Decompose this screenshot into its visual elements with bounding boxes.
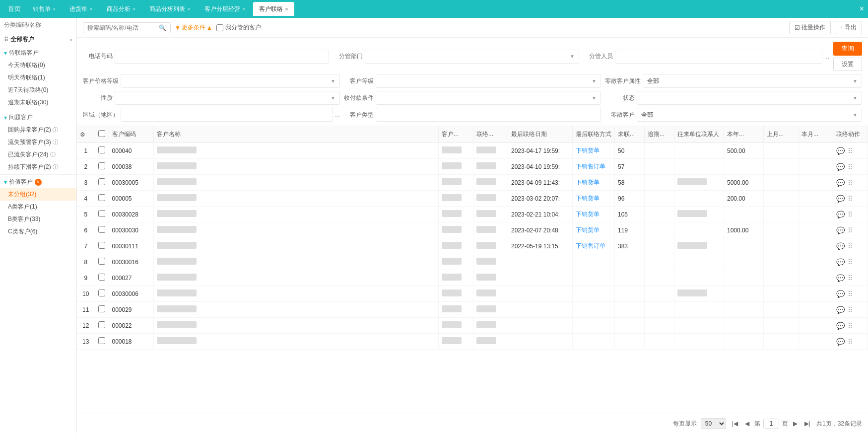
row-checkbox[interactable] xyxy=(98,337,105,344)
row-checkbox[interactable] xyxy=(98,274,105,281)
method-link[interactable]: 下销货单 xyxy=(576,211,600,217)
contact-icon[interactable]: 💬 xyxy=(836,242,845,250)
more-action-icon[interactable]: ⠿ xyxy=(848,226,853,234)
filter-scatter-attr-select[interactable]: 全部▼ xyxy=(643,74,862,88)
cell-method[interactable] xyxy=(573,318,615,334)
filter-price-select[interactable]: ▼ xyxy=(121,74,340,88)
close-all-tabs[interactable]: × xyxy=(860,4,864,13)
close-tab-analysis-list[interactable]: × xyxy=(187,6,190,12)
my-customers-checkbox[interactable] xyxy=(216,24,223,31)
cell-checkbox[interactable] xyxy=(95,159,109,175)
more-action-icon[interactable]: ⠿ xyxy=(848,290,853,298)
contact-icon[interactable]: 💬 xyxy=(836,163,845,171)
row-checkbox[interactable] xyxy=(98,194,105,201)
last-page-btn[interactable]: ▶| xyxy=(802,419,812,428)
first-page-btn[interactable]: |◀ xyxy=(730,419,740,428)
nav-tab-customer-segment[interactable]: 客户分层经营 × xyxy=(199,2,251,16)
prev-page-btn[interactable]: ◀ xyxy=(743,419,751,428)
method-link[interactable]: 下销货单 xyxy=(576,226,600,233)
contact-icon[interactable]: 💬 xyxy=(836,258,845,266)
filter-payment-select[interactable]: ▼ xyxy=(376,91,601,105)
row-checkbox[interactable] xyxy=(98,146,105,153)
contact-icon[interactable]: 💬 xyxy=(836,306,845,314)
cell-method[interactable]: 下销货单 xyxy=(573,207,615,222)
my-customers-filter[interactable]: 我分管的客户 xyxy=(216,23,261,32)
cell-checkbox[interactable] xyxy=(95,143,109,159)
filter-region-select[interactable] xyxy=(121,108,333,122)
more-action-icon[interactable]: ⠿ xyxy=(848,211,853,218)
sidebar-item-overdue[interactable]: 逾期未联络(30) xyxy=(0,96,76,109)
cell-method[interactable]: 下销售订单 xyxy=(573,238,615,254)
next-page-btn[interactable]: ▶ xyxy=(791,419,800,428)
close-tab-analysis[interactable]: × xyxy=(133,6,135,12)
search-icon[interactable]: 🔍 xyxy=(159,24,166,31)
more-action-icon[interactable]: ⠿ xyxy=(848,163,853,171)
contact-icon[interactable]: 💬 xyxy=(836,338,845,346)
row-checkbox[interactable] xyxy=(98,258,105,265)
contact-icon[interactable]: 💬 xyxy=(836,195,845,203)
filter-status-select[interactable]: ▼ xyxy=(637,91,862,105)
nav-home[interactable]: 首页 xyxy=(4,4,25,13)
more-action-icon[interactable]: ⠿ xyxy=(848,306,853,314)
method-link[interactable]: 下销货单 xyxy=(576,195,600,202)
cell-checkbox[interactable] xyxy=(95,318,109,334)
contact-icon[interactable]: 💬 xyxy=(836,211,845,218)
cell-checkbox[interactable] xyxy=(95,286,109,302)
nav-tab-analysis-list[interactable]: 商品分析列表 × xyxy=(143,2,196,16)
sidebar-item-churned[interactable]: 已流失客户(24) ⓘ xyxy=(0,148,76,161)
cell-checkbox[interactable] xyxy=(95,222,109,238)
cell-checkbox[interactable] xyxy=(95,334,109,350)
sidebar-item-today[interactable]: 今天待联络(0) xyxy=(0,59,76,72)
method-link[interactable]: 下销售订单 xyxy=(576,242,605,249)
sidebar-item-tomorrow[interactable]: 明天待联络(1) xyxy=(0,72,76,84)
cell-checkbox[interactable] xyxy=(95,270,109,286)
col-checkbox-header[interactable] xyxy=(95,126,109,143)
cell-method[interactable] xyxy=(573,286,615,302)
close-tab-purchase[interactable]: × xyxy=(89,6,92,12)
contact-icon[interactable]: 💬 xyxy=(836,226,845,234)
export-btn[interactable]: ↑ 导出 xyxy=(835,21,862,34)
close-tab-sales[interactable]: × xyxy=(53,6,56,12)
sidebar-item-7days[interactable]: 近7天待联络(0) xyxy=(0,84,76,96)
sidebar-item-b[interactable]: B类客户(33) xyxy=(0,213,76,225)
cell-method[interactable] xyxy=(573,254,615,270)
cell-checkbox[interactable] xyxy=(95,175,109,191)
more-action-icon[interactable]: ⠿ xyxy=(848,242,853,250)
sidebar-search-input[interactable] xyxy=(4,21,77,28)
sidebar-all-customers[interactable]: ⠿ 全部客户 « xyxy=(0,32,76,47)
filter-scatter-select[interactable]: 全部▼ xyxy=(637,108,862,122)
sidebar-item-declining[interactable]: 持续下滑客户(2) ⓘ xyxy=(0,161,76,173)
cell-method[interactable]: 下销货单 xyxy=(573,143,615,159)
more-action-icon[interactable]: ⠿ xyxy=(848,322,853,330)
close-tab-segment[interactable]: × xyxy=(242,6,245,12)
row-checkbox[interactable] xyxy=(98,242,105,249)
more-action-icon[interactable]: ⠿ xyxy=(848,195,853,203)
filter-nature-select[interactable]: ▼ xyxy=(115,91,340,105)
col-gear[interactable]: ⚙ xyxy=(77,126,95,143)
row-checkbox[interactable] xyxy=(98,178,105,185)
row-checkbox[interactable] xyxy=(98,210,105,217)
per-page-select[interactable]: 50 100 200 xyxy=(701,418,726,429)
more-filters-btn[interactable]: ▼ 更多条件 ▲ xyxy=(175,23,212,32)
nav-tab-sales[interactable]: 销售单 × xyxy=(27,2,62,16)
more-action-icon[interactable]: ⠿ xyxy=(848,274,853,282)
sidebar-item-a[interactable]: A类客户(1) xyxy=(0,201,76,213)
more-action-icon[interactable]: ⠿ xyxy=(848,338,853,346)
contact-icon[interactable]: 💬 xyxy=(836,290,845,298)
cell-method[interactable] xyxy=(573,334,615,350)
method-link[interactable]: 下销售订单 xyxy=(576,163,605,170)
region-more-btn[interactable]: ... xyxy=(335,111,340,118)
filter-manager-select[interactable] xyxy=(615,50,822,64)
more-action-icon[interactable]: ⠿ xyxy=(848,258,853,266)
row-checkbox[interactable] xyxy=(98,289,105,296)
cell-method[interactable]: 下销货单 xyxy=(573,175,615,191)
sidebar-item-c[interactable]: C类客户(6) xyxy=(0,225,76,238)
more-action-icon[interactable]: ⠿ xyxy=(848,147,853,155)
cell-method[interactable]: 下销售订单 xyxy=(573,159,615,175)
nav-tab-analysis[interactable]: 商品分析 × xyxy=(101,2,141,16)
contact-icon[interactable]: 💬 xyxy=(836,274,845,282)
close-tab-contact[interactable]: × xyxy=(285,6,288,12)
filter-phone-input[interactable] xyxy=(115,50,329,64)
nav-tab-purchase[interactable]: 进货单 × xyxy=(64,2,98,16)
nav-tab-customer-contact[interactable]: 客户联络 × xyxy=(253,2,294,16)
